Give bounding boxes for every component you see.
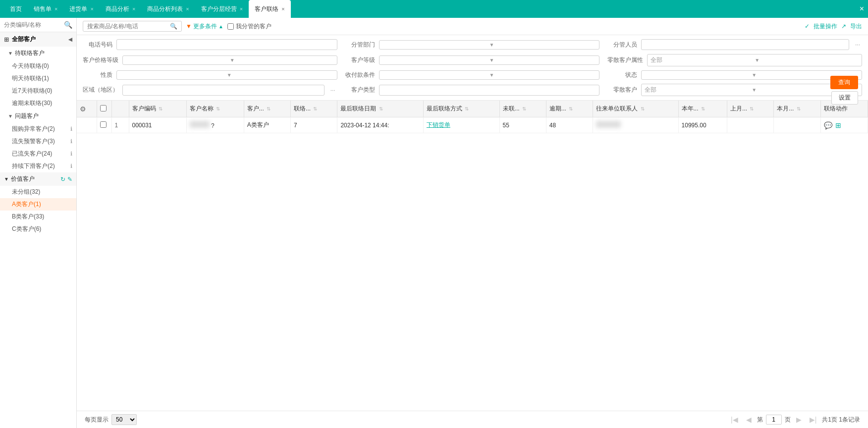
sidebar-item-c-class[interactable]: C类客户(6) xyxy=(0,223,76,235)
prev-page-btn[interactable]: ◀ xyxy=(744,415,754,425)
close-customer-contact-tab[interactable]: × xyxy=(281,6,284,12)
nature-label: 性质 xyxy=(83,71,112,79)
page-input[interactable] xyxy=(766,415,782,425)
sort-icon-last-date[interactable]: ⇅ xyxy=(379,106,383,111)
filter-search-box: 🔍 xyxy=(83,21,182,32)
export-btn[interactable]: 导出 xyxy=(850,22,862,31)
close-purchase-tab[interactable]: × xyxy=(90,6,93,12)
filter-caret: ▲ xyxy=(218,24,223,29)
sidebar-item-churned[interactable]: 已流失客户(24) ℹ xyxy=(0,148,76,160)
sidebar-group-problem[interactable]: ▼ 问题客户 xyxy=(0,109,76,123)
value-group-label: 价值客户 xyxy=(11,175,35,183)
all-customers-header[interactable]: ⊞ 全部客户 ◀ xyxy=(0,32,76,47)
customer-tier-select[interactable]: ▼ xyxy=(379,55,600,65)
tab-purchase[interactable]: 进货单 × xyxy=(63,0,99,18)
sidebar-item-7days[interactable]: 近7天待联络(0) xyxy=(0,85,76,97)
region-input[interactable] xyxy=(122,85,325,96)
region-dotdot[interactable]: ··· xyxy=(328,85,337,95)
scatter-attr-select[interactable]: 全部 ▼ xyxy=(647,54,862,66)
select-all-checkbox[interactable] xyxy=(100,105,107,111)
col-index xyxy=(111,101,129,117)
sidebar-group-value[interactable]: ▼ 价值客户 ↻ ✎ xyxy=(0,172,76,186)
edit-icon[interactable]: ✎ xyxy=(67,176,72,183)
pending-group-label: 待联络客户 xyxy=(15,49,45,57)
sidebar-item-declining[interactable]: 持续下滑客户(2) ℹ xyxy=(0,160,76,172)
dept-select[interactable]: ▼ xyxy=(379,40,600,50)
sort-icon-last-month[interactable]: ⇅ xyxy=(750,106,754,111)
sort-icon-contact2[interactable]: ⇅ xyxy=(641,106,645,111)
cell-type: A类客户 xyxy=(244,117,290,133)
sidebar-item-churn-warning[interactable]: 流失预警客户(3) ℹ xyxy=(0,135,76,148)
tab-analysis-list[interactable]: 商品分析列表 × xyxy=(141,0,195,18)
close-all-tabs[interactable]: × xyxy=(860,4,864,13)
sort-icon-this-year[interactable]: ⇅ xyxy=(701,106,705,111)
sort-icon-last-method[interactable]: ⇅ xyxy=(465,106,469,111)
tab-customer-contact[interactable]: 客户联络 × xyxy=(249,0,290,18)
filter-search-input[interactable] xyxy=(87,23,170,30)
phone-input[interactable] xyxy=(116,39,337,50)
info-icon-2[interactable]: ℹ xyxy=(70,138,72,145)
sidebar-item-hoarding[interactable]: 囤购异常客户(2) ℹ xyxy=(0,123,76,135)
row-checkbox[interactable] xyxy=(100,121,107,128)
cell-this-year: 10995.00 xyxy=(678,117,727,133)
close-analysis-tab[interactable]: × xyxy=(132,6,135,12)
payment-select[interactable]: ▼ xyxy=(379,70,600,80)
per-page-select[interactable]: 50 100 200 xyxy=(111,414,137,425)
customer-type-input[interactable] xyxy=(379,85,600,96)
person-input[interactable] xyxy=(641,39,849,50)
info-icon-3[interactable]: ℹ xyxy=(70,151,72,157)
nature-select[interactable]: ▼ xyxy=(116,70,337,80)
sidebar-item-churn-warning-label: 流失预警客户(3) xyxy=(12,137,55,146)
sort-icon-name[interactable]: ⇅ xyxy=(216,106,220,111)
sort-icon-type[interactable]: ⇅ xyxy=(267,106,271,111)
person-dotdot[interactable]: ··· xyxy=(853,40,862,50)
sidebar-item-unclassified[interactable]: 未分组(32) xyxy=(0,186,76,198)
last-page-btn[interactable]: ▶| xyxy=(807,415,819,425)
sidebar-item-tomorrow[interactable]: 明天待联络(1) xyxy=(0,72,76,85)
sort-icon-this-month[interactable]: ⇅ xyxy=(797,106,801,111)
col-last-date: 最后联络日期 ⇅ xyxy=(337,101,424,117)
info-icon-4[interactable]: ℹ xyxy=(70,163,72,169)
my-customer-checkbox[interactable] xyxy=(227,23,234,30)
per-page-container: 每页显示 50 100 200 xyxy=(85,414,137,425)
cell-contact: 7 xyxy=(291,117,337,133)
close-customer-tier-tab[interactable]: × xyxy=(240,6,243,12)
sidebar-search-icon[interactable]: 🔍 xyxy=(64,21,72,29)
scatter-label: 零散客户 xyxy=(607,86,637,94)
my-customer-checkbox-container: 我分管的客户 xyxy=(227,22,271,31)
total-records: 共1页 1条记录 xyxy=(822,416,860,424)
message-icon[interactable]: 💬 xyxy=(824,121,832,129)
sidebar-item-overdue[interactable]: 逾期未联络(30) xyxy=(0,97,76,109)
sidebar-search-input[interactable] xyxy=(4,21,64,28)
sidebar-item-b-class[interactable]: B类客户(33) xyxy=(0,211,76,223)
refresh-icon[interactable]: ↻ xyxy=(60,176,65,183)
gear-icon[interactable]: ⚙ xyxy=(80,105,86,113)
batch-op-btn[interactable]: 批量操作 xyxy=(814,22,837,31)
query-button[interactable]: 查询 xyxy=(830,76,858,89)
tab-sales[interactable]: 销售单 × xyxy=(28,0,63,18)
price-tier-select[interactable]: ▼ xyxy=(122,55,337,65)
sidebar-item-today-label: 今天待联络(0) xyxy=(12,62,49,70)
filter-row-status: 状态 ▼ xyxy=(607,70,862,80)
info-icon-1[interactable]: ℹ xyxy=(70,126,72,132)
cell-code: 000031 xyxy=(129,117,186,133)
sidebar-item-a-class[interactable]: A类客户(1) xyxy=(0,198,76,211)
sidebar-item-today[interactable]: 今天待联络(0) xyxy=(0,60,76,72)
sort-icon-overdue[interactable]: ⇅ xyxy=(569,106,573,111)
close-sales-tab[interactable]: × xyxy=(54,6,57,12)
sort-icon-not-contact[interactable]: ⇅ xyxy=(522,106,526,111)
sort-icon-contact[interactable]: ⇅ xyxy=(313,106,317,111)
tab-analysis[interactable]: 商品分析 × xyxy=(100,0,141,18)
more-filter-btn[interactable]: ▼ 更多条件 ▲ xyxy=(186,22,223,31)
sort-icon-code[interactable]: ⇅ xyxy=(159,106,163,111)
filter-search-icon[interactable]: 🔍 xyxy=(170,23,177,30)
last-method-link[interactable]: 下销货单 xyxy=(427,121,450,128)
tab-customer-tier[interactable]: 客户分层经营 × xyxy=(195,0,249,18)
qr-icon[interactable]: ⊞ xyxy=(835,121,841,129)
first-page-btn[interactable]: |◀ xyxy=(728,415,741,425)
page-label: 第 xyxy=(757,416,763,424)
close-analysis-list-tab[interactable]: × xyxy=(186,6,189,12)
next-page-btn[interactable]: ▶ xyxy=(794,415,804,425)
sidebar-group-pending[interactable]: ▼ 待联络客户 xyxy=(0,47,76,60)
tab-home[interactable]: 首页 xyxy=(4,0,28,18)
